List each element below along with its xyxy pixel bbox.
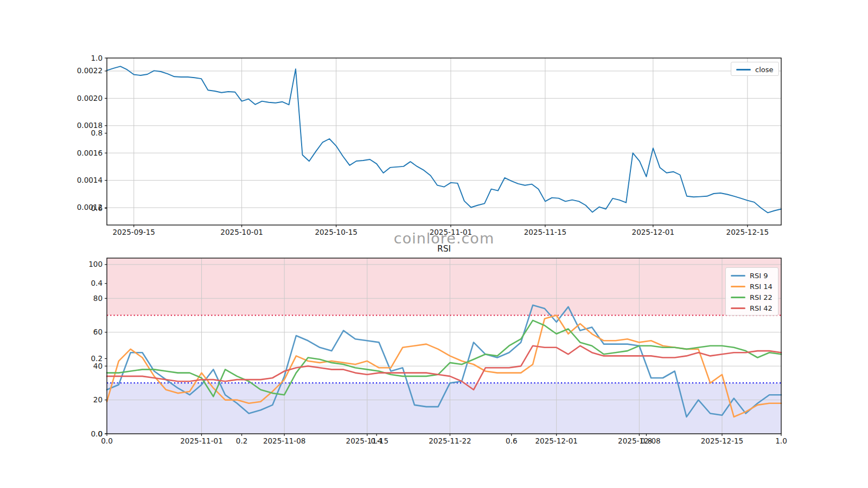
rsi-chart-title: RSI xyxy=(107,244,781,254)
legend-item-rsi22: RSI 22 xyxy=(731,292,773,303)
legend-label-rsi9: RSI 9 xyxy=(750,272,768,280)
rsi42-line-sample xyxy=(731,307,745,309)
x-tick-label: 2025-11-08 xyxy=(263,436,305,445)
y-tick-label: 80 xyxy=(93,294,103,303)
legend-label-close: close xyxy=(755,66,773,74)
overlay-y-tick-label: 0.6 xyxy=(91,204,103,213)
overlay-y-tick-label: 1.0 xyxy=(91,54,103,62)
y-tick-label: 20 xyxy=(93,395,103,404)
legend-label-rsi22: RSI 22 xyxy=(750,293,773,301)
rsi9-line-sample xyxy=(731,275,745,277)
y-tick-label: 60 xyxy=(93,328,103,336)
price-legend: close xyxy=(731,62,779,76)
overlay-y-tick-label: 0.2 xyxy=(91,354,103,363)
price-chart-border xyxy=(107,58,781,225)
x-tick-label: 2025-12-15 xyxy=(701,436,743,445)
legend-label-rsi42: RSI 42 xyxy=(750,304,773,312)
y-tick-label: 0.0016 xyxy=(77,149,103,157)
legend-item-close: close xyxy=(736,65,774,75)
overlay-y-tick-label: 0.4 xyxy=(91,279,103,287)
y-tick-label: 0.0014 xyxy=(77,176,103,184)
overlay-x-tick-label: 0.6 xyxy=(506,436,517,445)
close-line-sample xyxy=(736,69,751,70)
rsi22-line-sample xyxy=(731,297,745,298)
y-tick-label: 0.0022 xyxy=(77,66,103,75)
overbought-band xyxy=(107,258,781,316)
x-tick-label: 2025-12-01 xyxy=(535,436,577,445)
overlay-x-tick-label: 0.0 xyxy=(101,436,112,445)
y-tick-label: 40 xyxy=(93,362,103,370)
overlay-y-tick-label: 0.8 xyxy=(91,129,103,137)
figure: 0.00220.00200.00180.00160.00140.00122025… xyxy=(0,0,868,488)
close-line xyxy=(107,66,781,213)
x-tick-label: 2025-11-22 xyxy=(429,436,471,445)
y-tick-label: 0.0020 xyxy=(77,94,103,102)
legend-item-rsi9: RSI 9 xyxy=(731,271,773,281)
rsi-legend: RSI 9 RSI 14 RSI 22 RSI 42 xyxy=(725,267,778,316)
legend-item-rsi42: RSI 42 xyxy=(731,303,773,313)
x-tick-label: 2025-12-08 xyxy=(618,436,660,445)
legend-label-rsi14: RSI 14 xyxy=(750,282,773,291)
legend-item-rsi14: RSI 14 xyxy=(731,281,773,292)
overlay-x-tick-label: 0.2 xyxy=(236,436,247,445)
rsi14-line-sample xyxy=(731,286,745,287)
overlay-x-tick-label: 0.8 xyxy=(641,436,652,445)
y-tick-label: 100 xyxy=(88,260,103,268)
x-tick-label: 2025-11-01 xyxy=(180,436,222,445)
overlay-x-tick-label: 0.4 xyxy=(371,436,382,445)
overlay-x-tick-label: 1.0 xyxy=(775,436,787,445)
